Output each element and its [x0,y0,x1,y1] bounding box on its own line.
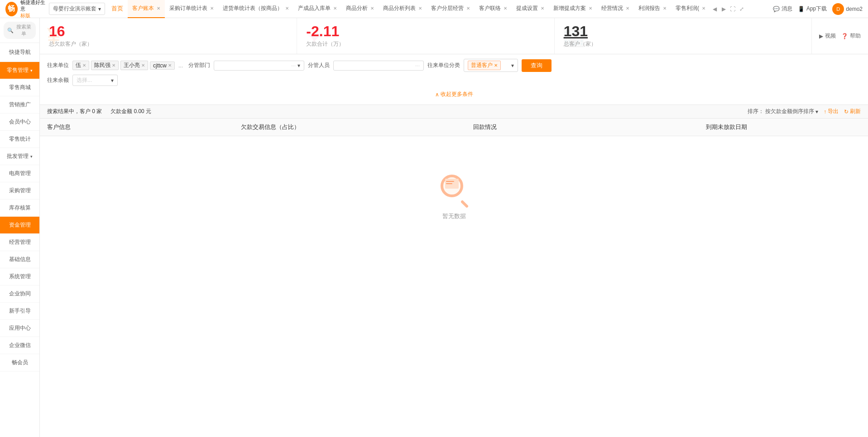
sidebar-item-enterprise-coop[interactable]: 企业协同 [0,285,39,303]
tabs-expand[interactable]: ⛶ [728,5,737,14]
close-tab-icon[interactable]: ✕ [626,6,629,11]
close-tab-icon[interactable]: ✕ [541,6,544,11]
chevron-down-icon: ▾ [297,62,300,69]
tab-retail-profit[interactable]: 零售利润( ✕ [671,0,710,18]
close-tab-icon[interactable]: ✕ [418,6,422,11]
stat-debt-label: 欠款合计（万） [306,40,344,48]
stat-debtors-number: 16 [49,24,92,38]
tab-production-instock[interactable]: 产成品入库单 ✕ [293,0,341,18]
category-filter-select[interactable]: 普通客户 ✕ ▾ [464,59,518,72]
sidebar-item-purchase-mgmt[interactable]: 采购管理 [0,182,39,200]
sidebar-item-marketing[interactable]: 营销推广 [0,96,39,114]
sidebar-item-new-guide[interactable]: 新手引导 [0,303,39,320]
sidebar-item-funds-mgmt[interactable]: 资金管理 [0,217,39,234]
logo-icon: 畅 [5,2,18,16]
tab-goods-analysis-list[interactable]: 商品分析列表 ✕ [379,0,427,18]
video-help-button[interactable]: ▶ 视频 [819,32,836,40]
stats-actions: ▶ 视频 ❓ 帮助 [812,18,868,54]
close-tab-icon[interactable]: ✕ [210,6,214,11]
sidebar-item-inventory-check[interactable]: 库存核算 [0,200,39,217]
more-tags-button[interactable]: ... [177,62,185,69]
result-bar: 搜索结果中，客户 0 家 欠款金额 0.00 元 排序： 按欠款金额倒序排序 ▾… [40,105,868,119]
sidebar-item-ecommerce-mgmt[interactable]: 电商管理 [0,165,39,182]
tab-promotion-settings[interactable]: 提成设置 ✕ [512,0,549,18]
collapse-filter-button[interactable]: ∧ 收起更多条件 [435,89,473,100]
expand-icon: ▾ [30,154,33,159]
query-button[interactable]: 查询 [522,59,551,72]
main-layout: 🔍 搜索菜单 快捷导航 零售管理 ▾ 零售商城 营销推广 会员中心 零售统计 批… [0,18,868,437]
tabs-scroll-right[interactable]: ▶ [719,5,728,14]
close-tab-icon[interactable]: ✕ [663,6,667,11]
close-tab-icon[interactable]: ✕ [589,6,592,11]
tab-customer-contact[interactable]: 客户联络 ✕ [475,0,512,18]
stats-bar: ¥ 16 总欠款客户（家） ✦ -2.11 欠款合计（万） 🏢 131 [40,18,868,54]
sidebar-item-wholesale-mgmt[interactable]: 批发管理 ▾ [0,148,39,165]
tab-instock-stats[interactable]: 进货单统计表（按商品） ✕ [218,0,293,18]
tab-profit-report[interactable]: 利润报告 ✕ [634,0,671,18]
sidebar-item-member-center[interactable]: 会员中心 [0,114,39,131]
sidebar-item-retail-management[interactable]: 零售管理 ▾ [0,62,39,79]
remove-tag-1-button[interactable]: ✕ [82,63,86,68]
remove-category-tag-button[interactable]: ✕ [494,63,498,68]
stat-customers-label: 总客户（家） [564,40,596,48]
remove-tag-3-button[interactable]: ✕ [141,63,145,68]
tab-accounts-receivable[interactable]: 客户账本 ✕ [128,0,165,18]
tab-new-promotion[interactable]: 新增提成方案 ✕ [549,0,597,18]
close-tab-icon[interactable]: ✕ [702,6,705,11]
close-tab-icon[interactable]: ✕ [504,6,507,11]
tab-purchase-order-stats[interactable]: 采购订单统计表 ✕ [165,0,218,18]
sidebar-item-app-center[interactable]: 应用中心 [0,320,39,337]
sidebar-item-basic-info[interactable]: 基础信息 [0,251,39,268]
help-button[interactable]: ❓ 帮助 [841,32,861,40]
sidebar-item-vip-member[interactable]: 畅会员 [0,354,39,371]
tab-home[interactable]: 首页 [107,0,128,18]
remove-tag-4-button[interactable]: ✕ [168,63,172,68]
refresh-icon: ↻ [844,109,849,115]
sidebar: 🔍 搜索菜单 快捷导航 零售管理 ▾ 零售商城 营销推广 会员中心 零售统计 批… [0,18,40,437]
close-tab-icon[interactable]: ✕ [285,6,289,11]
column-overdue-date: 到期未放款日期 [706,123,861,131]
sidebar-item-retail-stats[interactable]: 零售统计 [0,131,39,148]
app-download-button[interactable]: 📱 App下载 [798,5,827,13]
chevron-up-icon: ∧ [435,91,439,98]
workspace-selector[interactable]: 母婴行业演示账套 ▾ [49,3,105,15]
tabs-fullscreen[interactable]: ⤢ [737,5,746,14]
messages-button[interactable]: 💬 消息 [773,5,792,13]
tab-goods-analysis[interactable]: 商品分析 ✕ [341,0,379,18]
remove-tag-2-button[interactable]: ✕ [112,63,115,68]
sidebar-item-operations-mgmt[interactable]: 经营管理 [0,234,39,251]
download-icon: 📱 [798,6,805,12]
tabs-scroll-left[interactable]: ◀ [710,5,719,14]
empty-illustration [436,172,472,209]
quick-nav-button[interactable]: 快捷导航 [4,47,36,58]
export-button[interactable]: ↑ 导出 [824,108,839,115]
tab-operations[interactable]: 经营情况 ✕ [597,0,634,18]
search-menu-button[interactable]: 🔍 搜索菜单 [4,22,36,39]
empty-state: 暂无数据 [40,136,868,256]
balance-filter-input[interactable]: 选择... ▾ [72,75,118,86]
expand-icon: ▾ [30,68,33,73]
filter-row-2: 往来余额 选择... ▾ [47,75,861,86]
table-header: 客户信息 欠款交易信息（占比） 回款情况 到期未放款日期 [40,119,868,136]
dept-filter-select[interactable]: ··· ▾ [214,61,304,71]
close-tab-icon[interactable]: ✕ [466,6,470,11]
close-tab-icon[interactable]: ✕ [370,6,374,11]
refresh-button[interactable]: ↻ 刷新 [844,108,861,115]
top-right: 💬 消息 📱 App下载 D demo2 [773,3,863,15]
avatar: D [832,3,844,15]
search-icon: 🔍 [7,28,14,33]
sidebar-item-system-mgmt[interactable]: 系统管理 [0,268,39,285]
sidebar-item-retail-mall[interactable]: 零售商城 [0,79,39,96]
store-filter-label: 往来单位 [47,62,69,69]
close-tab-icon[interactable]: ✕ [157,6,160,11]
sidebar-search-area: 🔍 搜索菜单 [0,18,39,43]
chevron-down-icon: ▾ [98,6,101,12]
user-menu-button[interactable]: D demo2 [832,3,863,15]
close-tab-icon[interactable]: ✕ [333,6,337,11]
manager-filter-select[interactable]: ··· [333,61,424,71]
help-icon: ❓ [841,33,848,39]
tab-customer-tier[interactable]: 客户分层经营 ✕ [427,0,475,18]
category-filter-label: 往来单位分类 [427,62,460,69]
sort-select[interactable]: 排序： 按欠款金额倒序排序 ▾ [748,108,818,115]
sidebar-item-enterprise-wechat[interactable]: 企业微信 [0,337,39,354]
